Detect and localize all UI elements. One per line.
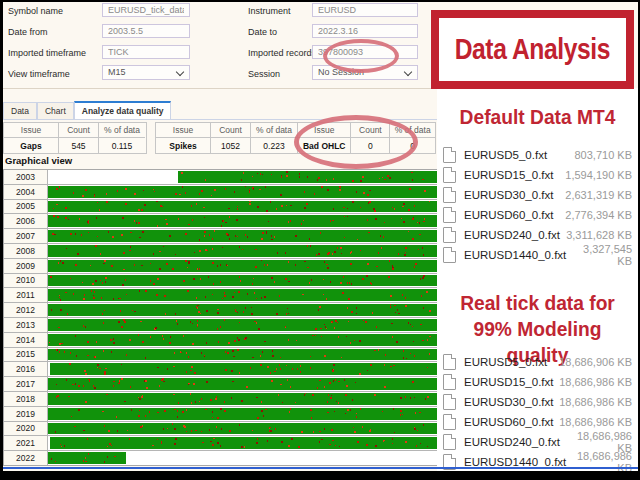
gap-speckle bbox=[102, 313, 103, 315]
gap-speckle bbox=[381, 247, 382, 249]
file-size: 1,594,190 KB bbox=[565, 169, 632, 181]
gap-speckle bbox=[134, 220, 135, 222]
gap-speckle bbox=[342, 292, 344, 294]
date-to-input[interactable] bbox=[312, 24, 418, 38]
file-row[interactable]: EURUSD60_0.fxt18,686,986 KB bbox=[443, 412, 632, 432]
gap-speckle bbox=[185, 192, 186, 194]
file-row[interactable]: EURUSD30_0.fxt18,686,986 KB bbox=[443, 392, 632, 412]
tab-chart[interactable]: Chart bbox=[37, 102, 74, 119]
gap-speckle bbox=[164, 410, 166, 412]
gap-speckle bbox=[249, 203, 251, 205]
gap-speckle bbox=[122, 284, 124, 286]
gap-speckle bbox=[145, 290, 147, 292]
gap-speckle bbox=[261, 410, 263, 412]
issue-count: 0 bbox=[351, 138, 390, 153]
gap-speckle bbox=[173, 394, 175, 395]
file-row[interactable]: EURUSD5_0.fxt18,686,906 KB bbox=[443, 352, 632, 372]
gap-speckle bbox=[355, 382, 356, 383]
file-row[interactable]: EURUSD15_0.fxt1,594,190 KB bbox=[443, 165, 632, 185]
view-timeframe-select[interactable]: M15 bbox=[102, 65, 190, 80]
gap-speckle bbox=[197, 307, 198, 309]
gap-speckle bbox=[55, 461, 56, 462]
gap-speckle bbox=[400, 410, 402, 412]
gap-speckle bbox=[50, 276, 52, 278]
instrument-input[interactable] bbox=[312, 3, 418, 17]
file-row[interactable]: EURUSD1440_0.fxt3,327,545 KB bbox=[443, 245, 632, 265]
gap-speckle bbox=[427, 446, 428, 447]
gap-speckle bbox=[374, 210, 376, 212]
gap-speckle bbox=[174, 428, 176, 430]
gap-speckle bbox=[157, 278, 159, 280]
gap-speckle bbox=[360, 250, 361, 251]
file-row[interactable]: EURUSD1440_0.fxt18,686,986 KB bbox=[443, 452, 632, 472]
gap-speckle bbox=[245, 186, 246, 187]
gap-speckle bbox=[234, 191, 235, 193]
gap-speckle bbox=[422, 277, 424, 279]
file-row[interactable]: EURUSD5_0.fxt803,710 KB bbox=[443, 145, 632, 165]
year-label: 2014 bbox=[4, 333, 48, 347]
gap-speckle bbox=[122, 217, 124, 219]
gap-speckle bbox=[232, 350, 234, 352]
gap-speckle bbox=[136, 222, 137, 224]
gap-speckle bbox=[362, 278, 364, 280]
gap-speckle bbox=[285, 327, 286, 328]
gap-speckle bbox=[187, 290, 189, 292]
date-from-input[interactable] bbox=[102, 24, 190, 38]
gap-speckle bbox=[362, 176, 364, 178]
tab-data[interactable]: Data bbox=[3, 102, 37, 119]
gap-speckle bbox=[212, 238, 213, 240]
file-row[interactable]: EURUSD15_0.fxt18,686,986 KB bbox=[443, 372, 632, 392]
gap-speckle bbox=[57, 216, 59, 218]
gap-speckle bbox=[249, 191, 250, 193]
gap-speckle bbox=[290, 205, 292, 206]
imported-records-input[interactable] bbox=[312, 45, 418, 59]
gap-speckle bbox=[144, 204, 146, 206]
gap-speckle bbox=[426, 291, 428, 293]
gap-speckle bbox=[160, 205, 162, 207]
gap-speckle bbox=[350, 409, 351, 411]
gap-speckle bbox=[402, 294, 403, 296]
frame-border bbox=[0, 0, 640, 2]
file-row[interactable]: EURUSD30_0.fxt2,631,319 KB bbox=[443, 185, 632, 205]
issue-name: Gaps bbox=[4, 138, 59, 153]
year-label: 2013 bbox=[4, 318, 48, 332]
coverage-bar bbox=[50, 437, 437, 449]
gap-speckle bbox=[166, 223, 168, 225]
gap-speckle bbox=[159, 251, 161, 252]
gap-speckle bbox=[324, 261, 325, 263]
gap-speckle bbox=[209, 429, 210, 431]
gap-speckle bbox=[195, 430, 197, 431]
file-row[interactable]: EURUSD240_0.fxt18,686,986 KB bbox=[443, 432, 632, 452]
file-icon bbox=[443, 207, 456, 223]
gap-speckle bbox=[252, 357, 254, 358]
gap-speckle bbox=[73, 293, 74, 295]
year-label: 2019 bbox=[4, 407, 48, 421]
count-header: Count bbox=[211, 123, 251, 138]
gap-speckle bbox=[78, 385, 80, 387]
gap-speckle bbox=[111, 351, 112, 353]
imported-timeframe-input[interactable] bbox=[102, 45, 190, 59]
gap-speckle bbox=[380, 235, 381, 237]
gap-speckle bbox=[334, 251, 336, 253]
gap-speckle bbox=[62, 262, 64, 264]
gap-speckle bbox=[242, 249, 243, 250]
gap-speckle bbox=[324, 428, 325, 430]
year-row: 2012 bbox=[4, 303, 437, 318]
gap-speckle bbox=[279, 295, 280, 297]
gap-speckle bbox=[243, 311, 244, 313]
file-row[interactable]: EURUSD240_0.fxt3,311,628 KB bbox=[443, 225, 632, 245]
gap-speckle bbox=[124, 401, 126, 402]
gap-speckle bbox=[229, 238, 230, 240]
session-select[interactable]: No Session bbox=[312, 65, 418, 80]
imported-timeframe-label: Imported timeframe bbox=[8, 48, 86, 58]
gap-speckle bbox=[258, 328, 260, 330]
gap-speckle bbox=[310, 409, 312, 411]
gap-speckle bbox=[268, 221, 269, 222]
file-row[interactable]: EURUSD60_0.fxt2,776,394 KB bbox=[443, 205, 632, 225]
tab-analyze-data-quality[interactable]: Analyze data quality bbox=[74, 101, 172, 119]
symbol-name-input[interactable] bbox=[102, 3, 190, 17]
gap-speckle bbox=[175, 254, 176, 255]
count-header: Count bbox=[351, 123, 390, 138]
gap-speckle bbox=[264, 341, 266, 342]
gap-speckle bbox=[70, 352, 71, 354]
